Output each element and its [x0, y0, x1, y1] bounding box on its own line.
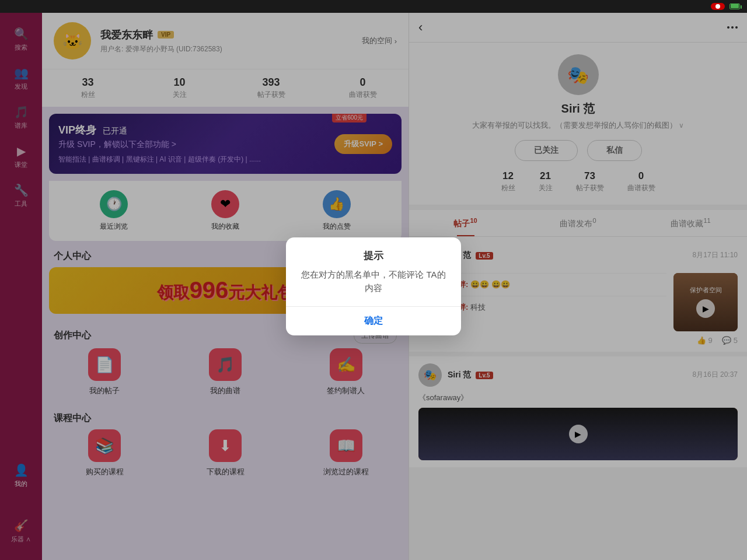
recording-dot: [715, 4, 720, 9]
dialog-body: 您在对方的黑名单中，不能评论 TA的内容: [286, 268, 461, 306]
battery-fill: [731, 4, 739, 8]
battery-indicator: [729, 4, 740, 9]
recording-indicator: [711, 3, 725, 10]
dialog-overlay: 提示 您在对方的黑名单中，不能评论 TA的内容 确定: [0, 13, 747, 560]
status-bar: [0, 0, 747, 13]
dialog-title: 提示: [286, 237, 461, 268]
dialog-confirm-button[interactable]: 确定: [286, 307, 461, 335]
dialog: 提示 您在对方的黑名单中，不能评论 TA的内容 确定: [286, 237, 461, 335]
app-container: 🔍 搜索 👥 发现 🎵 谱库 ▶ 课堂 🔧 工具 👤 我的 🎸 乐器 ∧: [0, 13, 747, 560]
